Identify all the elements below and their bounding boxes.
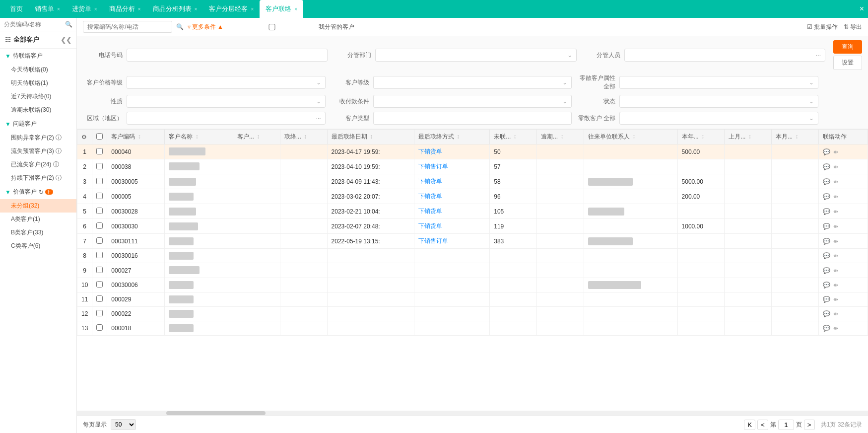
chat-icon[interactable]: 💬 xyxy=(823,163,830,170)
field-sparse-attr[interactable]: ⌄ xyxy=(619,76,818,89)
nav-tab-customer-contact[interactable]: 客户联络 × xyxy=(260,0,303,18)
chat-icon[interactable]: 💬 xyxy=(823,282,830,289)
nav-tab-analysis-list[interactable]: 商品分析列表 × xyxy=(147,0,203,18)
row-select-checkbox[interactable] xyxy=(96,267,103,273)
last-method-link[interactable]: 下销售订单 xyxy=(418,163,448,170)
close-icon[interactable]: × xyxy=(251,6,254,12)
sidebar-item-warning[interactable]: 流失预警客户(3) ⓘ xyxy=(0,144,76,158)
page-number-input[interactable] xyxy=(778,420,794,430)
sidebar-item-tomorrow[interactable]: 明天待联络(1) xyxy=(0,76,76,90)
field-sparse-cust[interactable]: ⌄ xyxy=(619,112,818,125)
row-select-checkbox[interactable] xyxy=(96,310,103,316)
col-code[interactable]: 客户编码 ↕ xyxy=(107,130,165,144)
nav-tab-purchase[interactable]: 进货单 × xyxy=(66,0,103,18)
col-last-date[interactable]: 最后联络日期 ↕ xyxy=(327,130,414,144)
more-conditions-button[interactable]: ▿ 更多条件 ▲ xyxy=(188,23,223,31)
row-actions[interactable]: 💬 ⇼ xyxy=(819,219,868,234)
grid-action-icon[interactable]: ⇼ xyxy=(833,193,838,200)
col-last-method[interactable]: 最后联络方式 ↕ xyxy=(414,130,490,144)
sidebar-group-pending[interactable]: ▼ 待联络客户 xyxy=(0,49,76,63)
close-icon[interactable]: × xyxy=(94,6,97,12)
row-actions[interactable]: 💬 ⇼ xyxy=(819,174,868,189)
search-input[interactable] xyxy=(83,21,172,33)
row-actions[interactable]: 💬 ⇼ xyxy=(819,278,868,292)
my-customers-checkbox[interactable]: 我分管的客户 xyxy=(227,23,354,31)
row-select-checkbox[interactable] xyxy=(96,295,103,302)
row-checkbox[interactable] xyxy=(92,219,107,234)
sidebar-group-value[interactable]: ▼ 价值客户 ↻ F xyxy=(0,185,76,199)
grid-action-icon[interactable]: ⇼ xyxy=(833,223,838,230)
row-select-checkbox[interactable] xyxy=(96,252,103,258)
sidebar-item-class-b[interactable]: B类客户(33) xyxy=(0,226,76,239)
chat-icon[interactable]: 💬 xyxy=(823,178,830,185)
sidebar-item-today[interactable]: 今天待联络(0) xyxy=(0,63,76,76)
chat-icon[interactable]: 💬 xyxy=(823,148,830,155)
field-cust-level[interactable]: ⌄ xyxy=(373,76,572,89)
chat-icon[interactable]: 💬 xyxy=(823,325,830,332)
prev-page-button[interactable]: < xyxy=(757,420,768,430)
export-button[interactable]: ⇅ 导出 xyxy=(844,23,862,31)
grid-action-icon[interactable]: ⇼ xyxy=(833,252,838,259)
field-status[interactable]: ⌄ xyxy=(619,95,818,108)
last-method-link[interactable]: 下销货单 xyxy=(418,208,442,215)
row-checkbox[interactable] xyxy=(92,144,107,159)
sidebar-item-abnormal[interactable]: 囤购异常客户(2) ⓘ xyxy=(0,131,76,144)
row-checkbox[interactable] xyxy=(92,189,107,204)
nav-home[interactable]: 首页 xyxy=(4,0,29,18)
row-checkbox[interactable] xyxy=(92,234,107,249)
page-size-select[interactable]: 50 100 200 xyxy=(111,419,136,430)
row-actions[interactable]: 💬 ⇼ xyxy=(819,159,868,174)
field-manager[interactable]: ··· xyxy=(624,49,825,62)
last-method-link[interactable]: 下销货单 xyxy=(418,193,442,200)
batch-operation-button[interactable]: ☑ 批量操作 xyxy=(807,23,838,31)
horizontal-scrollbar[interactable] xyxy=(77,411,868,416)
row-checkbox[interactable] xyxy=(92,263,107,278)
reset-button[interactable]: 设置 xyxy=(833,56,862,70)
scrollbar-thumb[interactable] xyxy=(166,411,266,415)
row-checkbox[interactable] xyxy=(92,204,107,219)
field-phone[interactable] xyxy=(127,49,328,62)
col-partner[interactable]: 往来单位联系人 ↕ xyxy=(584,130,677,144)
grid-action-icon[interactable]: ⇼ xyxy=(833,148,838,155)
grid-action-icon[interactable]: ⇼ xyxy=(833,208,838,215)
search-icon[interactable]: 🔍 xyxy=(65,21,72,28)
row-actions[interactable]: 💬 ⇼ xyxy=(819,144,868,159)
grid-action-icon[interactable]: ⇼ xyxy=(833,178,838,185)
grid-action-icon[interactable]: ⇼ xyxy=(833,325,838,332)
field-cust-type[interactable] xyxy=(373,112,572,125)
col-checkbox[interactable] xyxy=(92,130,107,144)
nav-tab-sales[interactable]: 销售单 × xyxy=(29,0,66,18)
last-method-link[interactable]: 下销售订单 xyxy=(418,237,448,244)
col-overdue[interactable]: 逾期... ↕ xyxy=(537,130,584,144)
nav-tab-customer-segment[interactable]: 客户分层经客 × xyxy=(203,0,260,18)
col-type[interactable]: 客户... ↕ xyxy=(233,130,280,144)
last-method-link[interactable]: 下销货单 xyxy=(418,222,442,229)
row-actions[interactable]: 💬 ⇼ xyxy=(819,292,868,307)
sidebar-item-7days[interactable]: 近7天待联络(0) xyxy=(0,90,76,103)
chat-icon[interactable]: 💬 xyxy=(823,223,830,230)
chat-icon[interactable]: 💬 xyxy=(823,310,830,317)
field-payment[interactable]: ⌄ xyxy=(373,95,572,108)
sidebar-item-class-c[interactable]: C类客户(6) xyxy=(0,239,76,253)
row-actions[interactable]: 💬 ⇼ xyxy=(819,263,868,278)
sidebar-all-customers[interactable]: ☷ 全部客户 ❮❮ xyxy=(0,31,76,49)
sidebar-item-lost[interactable]: 已流失客户(24) ⓘ xyxy=(0,158,76,171)
query-button[interactable]: 查询 xyxy=(833,40,862,54)
field-price-level[interactable]: ⌄ xyxy=(127,76,326,89)
row-checkbox[interactable] xyxy=(92,174,107,189)
row-select-checkbox[interactable] xyxy=(96,178,103,184)
col-name[interactable]: 客户名称 ↕ xyxy=(165,130,233,144)
row-select-checkbox[interactable] xyxy=(96,237,103,244)
row-actions[interactable]: 💬 ⇼ xyxy=(819,234,868,249)
row-checkbox[interactable] xyxy=(92,307,107,321)
close-icon[interactable]: × xyxy=(294,6,297,12)
first-page-button[interactable]: K xyxy=(744,420,755,430)
row-select-checkbox[interactable] xyxy=(96,222,103,229)
grid-action-icon[interactable]: ⇼ xyxy=(833,282,838,289)
grid-action-icon[interactable]: ⇼ xyxy=(833,296,838,303)
col-settings[interactable]: ⚙ xyxy=(77,130,92,144)
chat-icon[interactable]: 💬 xyxy=(823,193,830,200)
col-contact[interactable]: 联络... ↕ xyxy=(280,130,327,144)
field-dept[interactable]: ⌄ xyxy=(375,49,576,62)
chat-icon[interactable]: 💬 xyxy=(823,208,830,215)
